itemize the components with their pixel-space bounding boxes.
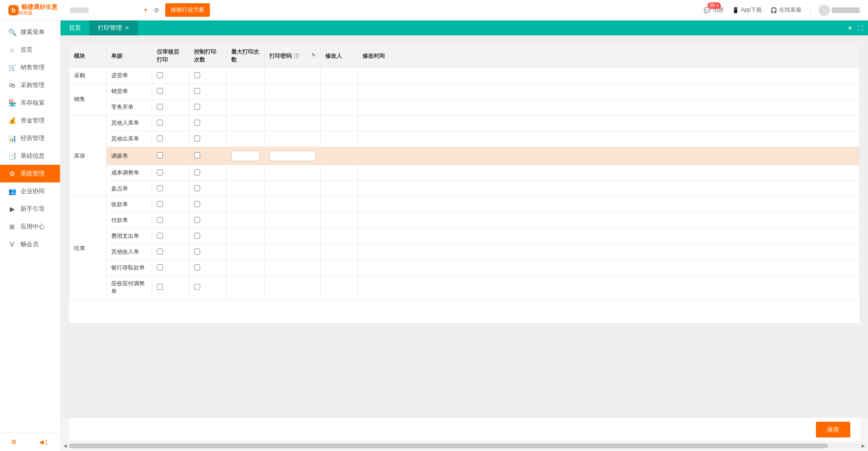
tabs-bar: 首页打印管理✕ ✕ ⛶ — [61, 20, 868, 35]
cell-control-count — [189, 244, 227, 260]
cell-max-count — [227, 131, 265, 147]
audit-only-checkbox[interactable] — [157, 120, 163, 126]
audit-only-checkbox[interactable] — [157, 185, 163, 191]
app-download-link[interactable]: 📱 App下载 — [732, 6, 762, 14]
cell-modified-at — [358, 147, 860, 165]
home-icon: ⌂ — [8, 46, 16, 54]
audit-only-checkbox[interactable] — [157, 249, 163, 255]
audit-only-checkbox[interactable] — [157, 284, 163, 290]
audit-only-checkbox[interactable] — [157, 169, 163, 175]
horizontal-scrollbar[interactable]: ◀ ▶ — [69, 444, 860, 448]
sidebar-item-label: 搜索菜单 — [20, 28, 45, 36]
collapse-icon[interactable]: ◀❘ — [39, 438, 49, 445]
sidebar-item-sales[interactable]: 🛒销售管理 — [0, 59, 60, 76]
control-count-checkbox[interactable] — [194, 284, 200, 290]
audit-only-checkbox[interactable] — [157, 104, 163, 110]
cell-modifier — [321, 84, 358, 100]
app-label: App下载 — [741, 6, 762, 14]
table-row: 采购进货单 — [69, 68, 860, 84]
cell-doc: 费用支出单 — [107, 229, 152, 244]
sidebar-item-home[interactable]: ⌂首页 — [0, 41, 60, 59]
sidebar-item-funds[interactable]: 💰资金管理 — [0, 112, 60, 129]
sidebar-item-search-menu[interactable]: 🔍搜索菜单 — [0, 23, 60, 41]
control-count-checkbox[interactable] — [194, 72, 200, 78]
th-control-count: 控制打印次数 — [189, 44, 227, 68]
headset-icon: 🎧 — [770, 7, 777, 13]
audit-only-checkbox[interactable] — [157, 201, 163, 207]
tab-close-all-icon[interactable]: ✕ — [848, 25, 853, 32]
audit-only-checkbox[interactable] — [157, 135, 163, 141]
control-count-checkbox[interactable] — [194, 185, 200, 191]
cell-max-count — [227, 213, 265, 229]
cell-doc: 应收应付调整单 — [107, 276, 152, 300]
help-icon[interactable]: ⓘ — [294, 53, 299, 59]
sidebar-item-purchase[interactable]: 🛍采购管理 — [0, 76, 60, 94]
cell-max-count — [227, 115, 265, 131]
sidebar-item-business[interactable]: 📊经营管理 — [0, 129, 60, 147]
password-input[interactable] — [269, 151, 316, 161]
control-count-checkbox[interactable] — [194, 169, 200, 175]
th-max-count: 最大打印次数 — [227, 44, 265, 68]
control-count-checkbox[interactable] — [194, 217, 200, 223]
control-count-checkbox[interactable] — [194, 249, 200, 255]
audit-only-checkbox[interactable] — [157, 264, 163, 270]
sidebar-item-label: 库存核算 — [20, 99, 45, 107]
sidebar-item-inventory[interactable]: 🏪库存核算 — [0, 94, 60, 112]
org-select[interactable]: ▾ — [70, 7, 147, 13]
scroll-right-icon[interactable]: ▶ — [861, 443, 865, 448]
business-icon: 📊 — [8, 135, 16, 142]
scroll-left-icon[interactable]: ◀ — [63, 443, 67, 448]
save-button[interactable]: 保存 — [816, 422, 850, 438]
close-icon[interactable]: ✕ — [125, 25, 129, 31]
audit-only-checkbox[interactable] — [157, 88, 163, 94]
gear-icon[interactable]: ⚙ — [154, 7, 160, 14]
messages-link[interactable]: 💬 消息 99 + — [704, 6, 724, 14]
cell-control-count — [189, 197, 227, 213]
sidebar-item-collab[interactable]: 👥企业协同 — [0, 182, 60, 200]
sidebar-item-label: 资金管理 — [20, 116, 45, 125]
fullscreen-icon[interactable]: ⛶ — [857, 25, 863, 32]
search-menu-icon: 🔍 — [8, 28, 16, 36]
control-count-checkbox[interactable] — [194, 135, 200, 141]
control-count-checkbox[interactable] — [194, 152, 200, 158]
sidebar-item-guide[interactable]: ▶新手引导 — [0, 200, 60, 218]
topbar: b 畅捷通好生意 精简版 ▾ ⚙ 体验行业方案 💬 消息 99 + 📱 App下… — [0, 0, 868, 20]
scrollbar-thumb[interactable] — [69, 444, 828, 448]
cell-control-count — [189, 84, 227, 100]
settings-icon[interactable]: ⚙ — [11, 438, 17, 445]
edit-icon[interactable]: ✎ — [311, 52, 316, 58]
audit-only-checkbox[interactable] — [157, 152, 163, 158]
audit-only-checkbox[interactable] — [157, 72, 163, 78]
inventory-icon: 🏪 — [8, 99, 16, 107]
cell-doc: 零售开单 — [107, 100, 152, 115]
control-count-checkbox[interactable] — [194, 233, 200, 239]
cell-password — [265, 213, 321, 229]
cell-modifier — [321, 229, 358, 244]
sidebar-item-label: 销售管理 — [20, 63, 45, 72]
control-count-checkbox[interactable] — [194, 120, 200, 126]
audit-only-checkbox[interactable] — [157, 233, 163, 239]
control-count-checkbox[interactable] — [194, 88, 200, 94]
cell-password — [265, 84, 321, 100]
audit-only-checkbox[interactable] — [157, 217, 163, 223]
tab-print[interactable]: 打印管理✕ — [89, 20, 138, 35]
th-doc: 单据 — [107, 44, 152, 68]
collab-icon: 👥 — [8, 188, 16, 195]
user-menu[interactable] — [819, 5, 860, 16]
cell-control-count — [189, 147, 227, 165]
sidebar-item-basic[interactable]: 📑基础信息 — [0, 147, 60, 165]
control-count-checkbox[interactable] — [194, 201, 200, 207]
control-count-checkbox[interactable] — [194, 104, 200, 110]
sidebar-item-vip[interactable]: V畅会员 — [0, 236, 60, 253]
sidebar-item-system[interactable]: ⚙系统管理 — [0, 165, 60, 182]
online-service-link[interactable]: 🎧 在线客服 — [770, 6, 801, 14]
sidebar-item-apps[interactable]: ⊞应用中心 — [0, 218, 60, 236]
sidebar-item-label: 采购管理 — [20, 81, 45, 89]
max-count-input[interactable] — [231, 151, 260, 161]
logo[interactable]: b 畅捷通好生意 精简版 — [8, 4, 61, 16]
cell-password — [265, 276, 321, 300]
control-count-checkbox[interactable] — [194, 264, 200, 270]
tab-home[interactable]: 首页 — [61, 20, 89, 35]
industry-button[interactable]: 体验行业方案 — [165, 3, 210, 17]
cell-doc: 收款单 — [107, 197, 152, 213]
